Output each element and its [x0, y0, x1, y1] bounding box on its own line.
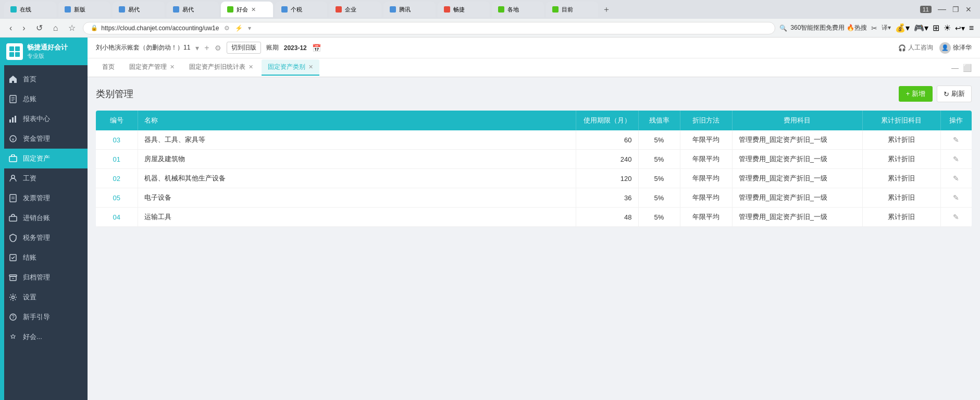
sidebar-label-home: 首页	[23, 75, 36, 84]
url-expand-icon[interactable]: ▾	[248, 25, 251, 32]
sidebar-item-assets[interactable]: 固定资产	[0, 149, 88, 168]
edit-icon-3[interactable]: ✎	[953, 193, 959, 202]
tab-bar-minimize-icon[interactable]: —	[951, 64, 959, 72]
tab-close-icon-5[interactable]: ✕	[251, 6, 256, 13]
cell-id-1[interactable]: 01	[96, 150, 138, 169]
cell-action-1[interactable]: ✎	[940, 150, 972, 169]
edit-icon-2[interactable]: ✎	[953, 174, 959, 183]
browser-tab-6[interactable]: 个税	[275, 2, 327, 17]
calendar-icon[interactable]: 📅	[312, 44, 321, 52]
site-settings-icon[interactable]: ⚙	[224, 25, 230, 32]
cell-id-4[interactable]: 04	[96, 208, 138, 227]
user-profile[interactable]: 👤 徐泽华	[939, 42, 972, 54]
edit-icon-0[interactable]: ✎	[953, 136, 959, 144]
browser-tab-4[interactable]: 易代	[167, 2, 219, 17]
sidebar-item-payroll[interactable]: 工资	[0, 168, 88, 188]
browser-tab-2[interactable]: 新版	[58, 2, 110, 17]
cell-action-3[interactable]: ✎	[940, 188, 972, 208]
col-name: 名称	[138, 111, 576, 130]
browser-tab-3[interactable]: 易代	[113, 2, 165, 17]
edit-icon-1[interactable]: ✎	[953, 155, 959, 163]
browser-tab-1[interactable]: 在线	[4, 2, 56, 17]
search-placeholder[interactable]: 360智能抠图免费用 🔥热搜	[790, 23, 866, 32]
sidebar-item-home[interactable]: 首页	[0, 69, 88, 89]
cell-accumulated-1: 累计折旧	[862, 150, 940, 169]
refresh-button[interactable]: ↻ 刷新	[937, 86, 972, 102]
sidebar-item-funds[interactable]: ¥ 资金管理	[0, 129, 88, 149]
browser-tab-9[interactable]: 畅捷	[438, 2, 490, 17]
top-bar-right: 🎧 人工咨询 👤 徐泽华	[898, 42, 972, 54]
translate-icon[interactable]: 译▾	[882, 23, 891, 32]
sidebar-label-funds: 资金管理	[23, 134, 50, 143]
sidebar-item-extra[interactable]: 好会...	[0, 327, 88, 347]
page-tab-depreciation[interactable]: 固定资产折旧统计表 ✕	[183, 59, 259, 76]
browser-tab-5[interactable]: 好会 ✕	[221, 2, 273, 17]
period-label: 账期	[266, 43, 279, 52]
page-tab-home[interactable]: 首页	[96, 59, 121, 76]
settings-gear-button[interactable]: ⚙	[215, 44, 221, 52]
sidebar-item-guide[interactable]: ? 新手引导	[0, 307, 88, 327]
table-row: 05 电子设备 36 5% 年限平均 管理费用_固定资产折旧_一级 累计折旧 ✎	[96, 188, 972, 208]
page-tabs: 首页 固定资产管理 ✕ 固定资产折旧统计表 ✕ 固定资产类别 ✕ — ⬜	[88, 58, 980, 77]
reload-button[interactable]: ↺	[33, 22, 46, 34]
cell-action-4[interactable]: ✎	[940, 208, 972, 227]
cell-action-0[interactable]: ✎	[940, 130, 972, 150]
window-minimize-icon[interactable]: —	[938, 5, 946, 14]
bookmark-button[interactable]: ☆	[65, 22, 79, 34]
tab-bar-maximize-icon[interactable]: ⬜	[963, 64, 972, 72]
sidebar-item-archive[interactable]: 归档管理	[0, 268, 88, 287]
logo-sub-text: 专业版	[27, 52, 68, 60]
url-input[interactable]: 🔒 https://cloud.chanjet.com/accounting/u…	[83, 22, 775, 34]
new-tab-button[interactable]: ＋	[600, 4, 613, 15]
logo-icon	[6, 43, 23, 60]
add-company-button[interactable]: +	[204, 43, 209, 53]
sidebar-label-ledger: 总账	[23, 94, 36, 104]
browser-tab-10[interactable]: 各地	[492, 2, 544, 17]
company-dropdown-icon[interactable]: ▾	[195, 44, 199, 52]
page-tab-depreciation-close[interactable]: ✕	[249, 64, 253, 70]
sidebar-item-inventory[interactable]: 进销台账	[0, 208, 88, 228]
cell-name-3: 电子设备	[138, 188, 576, 208]
game-icon[interactable]: 🎮▾	[914, 23, 928, 33]
search-icon: 🔍	[779, 25, 787, 32]
category-table: 编号 名称 使用期限（月） 残值率 折旧方法 费用科目 累计折旧科目 操作 03…	[96, 111, 972, 227]
browser-tab-8[interactable]: 腾讯	[383, 2, 436, 17]
edit-icon-4[interactable]: ✎	[953, 213, 959, 221]
sidebar-item-invoice[interactable]: 发票管理	[0, 188, 88, 208]
url-dropdown-icon[interactable]: ⚡	[235, 25, 243, 32]
back-button[interactable]: ‹	[6, 22, 15, 34]
add-category-button[interactable]: + 新增	[899, 86, 933, 102]
sidebar-item-settings[interactable]: 设置	[0, 287, 88, 307]
sidebar-item-reports[interactable]: 报表中心	[0, 109, 88, 129]
page-title: 类别管理	[96, 88, 133, 100]
cell-action-2[interactable]: ✎	[940, 169, 972, 188]
cell-id-3[interactable]: 05	[96, 188, 138, 208]
main-content: 类别管理 + 新增 ↻ 刷新 编号 名称 使用期限（月）	[88, 77, 980, 400]
col-method: 折旧方法	[680, 111, 732, 130]
sidebar-item-closing[interactable]: 结账	[0, 248, 88, 268]
sun-icon[interactable]: ☀	[944, 23, 951, 33]
table-row: 02 机器、机械和其他生产设备 120 5% 年限平均 管理费用_固定资产折旧_…	[96, 169, 972, 188]
service-button[interactable]: 🎧 人工咨询	[898, 43, 933, 52]
cell-id-2[interactable]: 02	[96, 169, 138, 188]
wallet-icon[interactable]: 💰▾	[895, 23, 910, 33]
cell-id-0[interactable]: 03	[96, 130, 138, 150]
grid-icon[interactable]: ⊞	[933, 23, 939, 33]
home-button[interactable]: ⌂	[50, 22, 61, 34]
undo-icon[interactable]: ↩▾	[955, 24, 965, 32]
page-tab-assets-mgmt[interactable]: 固定资产管理 ✕	[123, 59, 181, 76]
sidebar-item-tax[interactable]: 税务管理	[0, 228, 88, 248]
browser-tab-11[interactable]: 目前	[546, 2, 598, 17]
page-tab-assets-mgmt-close[interactable]: ✕	[170, 64, 175, 70]
browser-tab-7[interactable]: 企业	[329, 2, 381, 17]
forward-button[interactable]: ›	[19, 22, 28, 34]
sidebar-item-ledger[interactable]: 总账	[0, 89, 88, 109]
window-maximize-icon[interactable]: ❐	[952, 5, 959, 14]
left-accent-strip	[0, 38, 4, 400]
menu-icon[interactable]: ≡	[969, 23, 974, 33]
page-tab-category[interactable]: 固定资产类别 ✕	[262, 59, 319, 76]
page-tab-category-close[interactable]: ✕	[308, 64, 313, 70]
window-close-icon[interactable]: ✕	[965, 5, 972, 14]
switch-version-button[interactable]: 切到旧版	[227, 42, 261, 54]
svg-rect-2	[9, 52, 14, 57]
